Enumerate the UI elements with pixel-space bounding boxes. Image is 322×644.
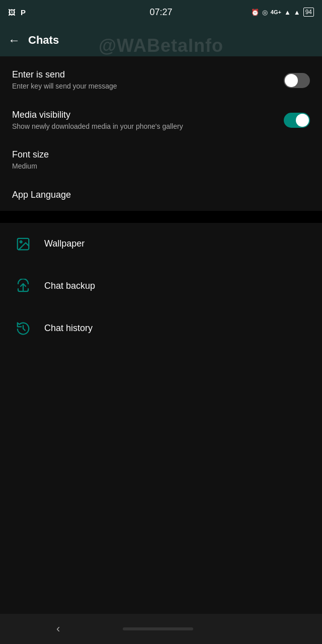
setting-app-language[interactable]: App Language (0, 181, 322, 211)
gallery-icon: 🖼 (8, 8, 16, 17)
wallpaper-label: Wallpaper (44, 238, 85, 249)
setting-media-visibility-title: Media visibility (12, 110, 284, 120)
chat-backup-label: Chat backup (44, 281, 95, 291)
signal-icon: ▲ (284, 9, 291, 16)
setting-font-size-title: Font size (12, 149, 310, 160)
wifi-icon: ▲ (294, 9, 300, 16)
setting-media-visibility-text: Media visibility Show newly downloaded m… (12, 110, 284, 132)
chat-history-icon (12, 317, 34, 340)
back-button[interactable]: ← (8, 33, 20, 47)
toggle-thumb (285, 74, 298, 87)
p-icon: P (21, 8, 26, 17)
setting-enter-is-send-title: Enter is send (12, 69, 284, 80)
battery-icon: 94 (303, 8, 314, 17)
bottom-nav-bar: ‹ (0, 614, 322, 644)
setting-enter-is-send-text: Enter is send Enter key will send your m… (12, 69, 284, 92)
back-nav-button[interactable]: ‹ (46, 618, 70, 639)
setting-font-size-text: Font size Medium (12, 149, 310, 172)
status-bar-time: 07:27 (149, 7, 172, 18)
alarm-icon: ⏰ (251, 9, 259, 16)
setting-app-language-title: App Language (12, 190, 310, 200)
enter-is-send-toggle[interactable] (284, 73, 310, 88)
status-bar-left: 🖼 P (8, 8, 26, 17)
wallpaper-icon (12, 233, 34, 255)
setting-font-size-value: Medium (12, 162, 310, 172)
page-title: Chats (28, 34, 59, 47)
media-visibility-toggle[interactable] (284, 113, 310, 128)
spacer (0, 481, 322, 614)
setting-app-language-text: App Language (12, 190, 310, 202)
section-divider (0, 211, 322, 223)
chat-history-label: Chat history (44, 323, 93, 334)
setting-enter-is-send-subtitle: Enter key will send your message (12, 82, 284, 92)
home-indicator[interactable] (123, 627, 193, 630)
network-icon: 4G+ (271, 9, 281, 15)
setting-enter-is-send[interactable]: Enter is send Enter key will send your m… (0, 60, 322, 101)
settings-content: Enter is send Enter key will send your m… (0, 56, 322, 481)
setting-font-size[interactable]: Font size Medium (0, 140, 322, 181)
setting-chat-history[interactable]: Chat history (0, 307, 322, 350)
setting-media-visibility-subtitle: Show newly downloaded media in your phon… (12, 122, 284, 132)
setting-media-visibility[interactable]: Media visibility Show newly downloaded m… (0, 101, 322, 141)
setting-chat-backup[interactable]: Chat backup (0, 265, 322, 307)
status-bar-right: ⏰ ◎ 4G+ ▲ ▲ 94 (251, 8, 314, 17)
chat-backup-icon (12, 275, 34, 297)
location-icon: ◎ (262, 9, 268, 16)
status-bar: 🖼 P 07:27 ⏰ ◎ 4G+ ▲ ▲ 94 (0, 0, 322, 24)
toggle-thumb-2 (296, 114, 309, 127)
svg-point-1 (20, 241, 22, 243)
setting-wallpaper[interactable]: Wallpaper (0, 223, 322, 265)
toolbar: ← Chats (0, 24, 322, 56)
